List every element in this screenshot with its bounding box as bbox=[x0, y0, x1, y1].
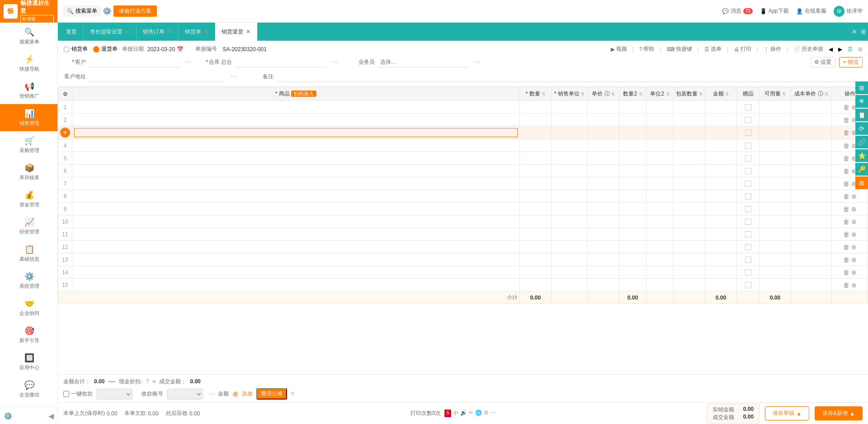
available-cell[interactable] bbox=[760, 266, 791, 279]
quantity-cell[interactable] bbox=[520, 228, 552, 241]
gift-cell[interactable] bbox=[737, 203, 760, 215]
cost-price-cell[interactable] bbox=[791, 228, 832, 241]
ime-icon-7[interactable]: ⋯ bbox=[491, 410, 496, 417]
sales-unit-cell[interactable] bbox=[552, 152, 588, 165]
quantity-cell[interactable] bbox=[520, 241, 552, 253]
add-fee-icon[interactable]: ⊕ bbox=[232, 390, 238, 398]
cost-sort[interactable]: ⇅ bbox=[825, 91, 828, 96]
pack-qty-cell[interactable] bbox=[674, 253, 705, 266]
grid-view-icon[interactable]: ⊞ bbox=[858, 46, 863, 52]
quantity-cell[interactable] bbox=[520, 114, 552, 126]
pack-qty-cell[interactable] bbox=[674, 203, 705, 215]
product-cell[interactable] bbox=[72, 279, 520, 291]
product-cell-active[interactable] bbox=[72, 126, 520, 139]
product-cell[interactable] bbox=[72, 228, 520, 241]
price-cell-active[interactable] bbox=[588, 126, 619, 139]
gift-cell[interactable] bbox=[737, 139, 760, 152]
qty2-cell[interactable] bbox=[619, 152, 646, 165]
available-cell[interactable] bbox=[760, 228, 791, 241]
qty2-cell[interactable] bbox=[619, 190, 646, 203]
pack-qty-cell[interactable] bbox=[674, 139, 705, 152]
tab-home[interactable]: 首页 bbox=[60, 23, 84, 41]
print-btn[interactable]: 🖨 打印 bbox=[734, 45, 751, 53]
qty2-sort[interactable]: ⇅ bbox=[639, 91, 642, 96]
tab-sales[interactable]: 销货单 ✕ bbox=[179, 23, 215, 41]
copy-row-icon[interactable]: ⊕ bbox=[851, 218, 857, 225]
qty2-cell[interactable] bbox=[619, 114, 646, 126]
shortcut-btn[interactable]: ⌨ 快捷键 bbox=[667, 45, 692, 53]
sidebar-item-basic[interactable]: 📋 基础信息 bbox=[0, 240, 57, 267]
amount-cell[interactable] bbox=[705, 190, 737, 203]
quantity-cell[interactable] bbox=[520, 165, 552, 177]
amount-cell[interactable] bbox=[705, 228, 737, 241]
fee-help-icon[interactable]: ? bbox=[291, 391, 294, 397]
quick-btn-2[interactable]: 👁 bbox=[855, 95, 868, 108]
cost-price-cell[interactable] bbox=[791, 266, 832, 279]
help-btn[interactable]: ? 帮助 bbox=[639, 45, 655, 53]
price-cell[interactable] bbox=[588, 203, 619, 215]
sidebar-item-sales[interactable]: 📊 销售管理 bbox=[0, 104, 57, 131]
address-text-input[interactable] bbox=[91, 73, 223, 80]
amount-cell[interactable] bbox=[705, 139, 737, 152]
save-draft-btn[interactable]: 保存草稿 ▲ bbox=[765, 406, 809, 420]
ime-icon-2[interactable]: 中 bbox=[453, 410, 458, 417]
save-new-btn[interactable]: 保存&新增 ▲ bbox=[815, 406, 863, 420]
staff-select-btn[interactable]: ··· bbox=[474, 58, 480, 66]
radio-sales[interactable]: 销货单 bbox=[63, 45, 88, 53]
customer-select-btn[interactable]: ··· bbox=[185, 58, 191, 66]
delete-row-icon[interactable]: 🗑 bbox=[843, 167, 849, 175]
user-profile-btn[interactable]: 徐 徐泽华 bbox=[834, 6, 863, 17]
product-cell[interactable] bbox=[72, 114, 520, 126]
available-sort[interactable]: ⇅ bbox=[782, 91, 786, 96]
select-btn[interactable]: ☰ 选单 bbox=[704, 45, 722, 53]
gift-checkbox[interactable] bbox=[745, 269, 751, 276]
available-cell[interactable] bbox=[760, 152, 791, 165]
amount-cell[interactable] bbox=[705, 152, 737, 165]
fee-split-btn[interactable]: 费用分摊 bbox=[256, 388, 287, 400]
sales-unit-cell[interactable] bbox=[552, 215, 588, 228]
quantity-cell[interactable] bbox=[520, 203, 552, 215]
account-select-btn[interactable]: ··· bbox=[208, 390, 214, 398]
gift-checkbox[interactable] bbox=[745, 206, 751, 212]
amount-cell[interactable] bbox=[705, 177, 737, 190]
amount-sort[interactable]: ⇅ bbox=[725, 91, 729, 96]
product-cell[interactable] bbox=[72, 266, 520, 279]
settings-gear-icon[interactable]: ⚙️ bbox=[103, 7, 112, 15]
product-cell[interactable] bbox=[72, 203, 520, 215]
product-cell[interactable] bbox=[72, 241, 520, 253]
unit2-cell[interactable] bbox=[646, 241, 674, 253]
gift-cell[interactable] bbox=[737, 253, 760, 266]
gift-checkbox[interactable] bbox=[745, 282, 751, 288]
date-field[interactable]: 2023-03-20 📅 bbox=[147, 46, 184, 52]
add-row-btn[interactable]: + bbox=[60, 128, 70, 138]
amount-cell[interactable] bbox=[705, 114, 737, 126]
gift-checkbox[interactable] bbox=[745, 117, 751, 123]
sales-unit-cell-active[interactable] bbox=[552, 126, 588, 139]
copy-row-icon[interactable]: ⊕ bbox=[851, 193, 857, 200]
available-cell[interactable] bbox=[760, 165, 791, 177]
sidebar-item-member[interactable]: 👑 畅会员 bbox=[0, 403, 57, 408]
settings-btn[interactable]: ⚙ 设置 bbox=[810, 57, 835, 67]
tab-sales-order[interactable]: 销售订单 ✕ bbox=[137, 23, 179, 41]
available-cell[interactable] bbox=[760, 177, 791, 190]
gift-cell[interactable] bbox=[737, 101, 760, 114]
qty2-cell[interactable] bbox=[619, 228, 646, 241]
gift-checkbox[interactable] bbox=[745, 257, 751, 263]
gift-cell[interactable] bbox=[737, 177, 760, 190]
available-cell-active[interactable] bbox=[760, 126, 791, 139]
delete-row-icon[interactable]: 🗑 bbox=[843, 193, 849, 200]
amount-cell[interactable] bbox=[705, 203, 737, 215]
gift-cell[interactable] bbox=[737, 228, 760, 241]
quick-btn-7[interactable]: 🔑 bbox=[855, 163, 868, 176]
quick-btn-6[interactable]: ⭐ bbox=[855, 149, 868, 162]
sales-unit-cell[interactable] bbox=[552, 190, 588, 203]
quantity-sort[interactable]: ⇅ bbox=[542, 91, 545, 96]
delete-row-icon[interactable]: 🗑 bbox=[843, 142, 849, 149]
available-cell[interactable] bbox=[760, 253, 791, 266]
unit2-cell[interactable] bbox=[646, 203, 674, 215]
settlement-select[interactable] bbox=[96, 389, 132, 400]
price-cell[interactable] bbox=[588, 177, 619, 190]
quick-btn-4[interactable]: ⟳ bbox=[855, 122, 868, 135]
quick-btn-5[interactable]: 🔗 bbox=[855, 136, 868, 148]
gift-cell[interactable] bbox=[737, 215, 760, 228]
